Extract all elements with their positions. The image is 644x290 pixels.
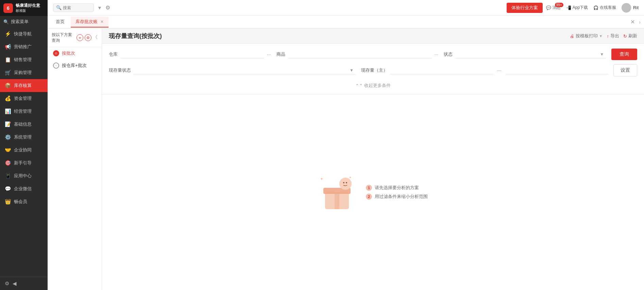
guide-icon: 🎯 — [5, 160, 11, 166]
collapse-more-label: 收起更多条件 — [364, 83, 391, 89]
purchase-icon: 🛒 — [5, 70, 11, 76]
query-button[interactable]: 查询 — [611, 49, 637, 60]
scheme-item-by-batch[interactable]: ⊙ 按批次 — [48, 47, 102, 59]
tab-close-icon[interactable]: ✕ — [100, 19, 104, 24]
page-header: 现存量查询(按批次) 🖨 按模板打印 ▼ ↑ 导出 ↻ 刷新 — [102, 29, 644, 44]
sidebar-item-finance[interactable]: 💰 资金管理 — [0, 92, 48, 105]
user-avatar — [622, 3, 631, 13]
topbar-search-box[interactable]: 🔍 — [53, 3, 94, 12]
warehouse-input[interactable] — [120, 50, 264, 58]
sidebar-item-label: 基础信息 — [14, 121, 32, 127]
online-support-btn[interactable]: 🎧 在线客服 — [593, 5, 616, 11]
search-icon: 🔍 — [3, 19, 9, 24]
add-scheme-btn[interactable]: + — [77, 34, 83, 41]
messages-btn[interactable]: 💬 消息 99+ — [546, 5, 561, 11]
printer-icon: 🖨 — [570, 34, 574, 39]
app-logo: 6 — [3, 3, 13, 13]
print-template-label: 按模板打印 — [576, 33, 598, 39]
main-area: 🔍 ▼ ⚙ 体验行业方案 💬 消息 99+ 📲 App下载 🎧 在线客服 Rit — [48, 0, 644, 290]
filter-row-1: 仓库 ··· 商品 ··· 状态 ▼ — [109, 49, 637, 60]
scheme-settings-btn[interactable]: ⚙ — [85, 34, 91, 41]
industry-solution-button[interactable]: 体验行业方案 — [507, 3, 543, 13]
sidebar-item-guide[interactable]: 🎯 新手引导 — [0, 157, 48, 169]
sidebar-nav: ⚡ 快捷导航 📢 营销推广 📋 销售管理 🛒 采购管理 📦 库存核算 💰 资金管… — [0, 28, 48, 277]
tab-home[interactable]: 首页 — [51, 17, 69, 28]
sidebar-search-label: 搜索菜单 — [11, 19, 29, 25]
footer-settings-icon[interactable]: ⚙ — [5, 280, 9, 287]
scheme-item-by-warehouse-batch[interactable]: ○ 按仓库+批次 — [48, 59, 102, 72]
sidebar-item-label: 新手引导 — [14, 160, 32, 166]
content-area: 按以下方案查询 + ⚙ 《 ⊙ 按批次 ○ 按仓库+批次 现存量查询(按批次) — [48, 29, 644, 290]
inv-qty-end-input[interactable] — [506, 66, 608, 74]
scheme-by-batch-label: 按批次 — [62, 50, 75, 56]
collapse-up-icon: ⌃⌃ — [355, 83, 363, 88]
filter-field-inv-qty: 现存量（主） — — [361, 66, 608, 74]
panel-collapse-btn[interactable]: 《 — [93, 34, 98, 41]
svg-text:✦: ✦ — [349, 176, 352, 179]
left-panel-header: 按以下方案查询 + ⚙ 《 — [48, 29, 102, 47]
tab-inventory-batch[interactable]: 库存批次账 ✕ — [71, 17, 108, 28]
filter-area: 仓库 ··· 商品 ··· 状态 ▼ — [102, 44, 644, 94]
inv-qty-start-input[interactable] — [390, 66, 493, 74]
sidebar-item-label: 销售管理 — [14, 57, 32, 63]
topbar-gear-icon[interactable]: ⚙ — [105, 4, 110, 11]
app-title-block: 畅康通好生意 标准版 — [16, 3, 40, 13]
settings-button[interactable]: 设置 — [613, 64, 637, 76]
topbar-dropdown-icon[interactable]: ▼ — [97, 5, 102, 11]
export-btn[interactable]: ↑ 导出 — [607, 33, 620, 39]
page-header-actions: 🖨 按模板打印 ▼ ↑ 导出 ↻ 刷新 — [570, 33, 637, 39]
topbar-search-input[interactable] — [63, 5, 90, 10]
sidebar-item-app-center[interactable]: 📱 应用中心 — [0, 169, 48, 182]
sidebar-item-quick-nav[interactable]: ⚡ 快捷导航 — [0, 28, 48, 40]
sidebar-item-purchase[interactable]: 🛒 采购管理 — [0, 66, 48, 79]
footer-collapse-icon[interactable]: ◀ — [13, 280, 17, 287]
sidebar-item-inventory[interactable]: 📦 库存核算 — [0, 79, 48, 92]
empty-tip-1-text: 请先选择要分析的方案 — [375, 185, 419, 191]
empty-illustration: ✦ ✦ — [318, 174, 356, 211]
inv-qty-label: 现存量（主） — [361, 67, 388, 73]
empty-tip-1: 1 请先选择要分析的方案 — [366, 185, 428, 191]
sidebar-item-cooperation[interactable]: 🤝 企业协同 — [0, 144, 48, 157]
topbar-search-icon: 🔍 — [56, 5, 62, 10]
scheme-warehouse-batch-icon: ○ — [53, 62, 59, 69]
app-download-label: App下载 — [573, 5, 588, 11]
goods-input[interactable] — [288, 50, 432, 58]
refresh-btn[interactable]: ↻ 刷新 — [623, 33, 637, 39]
sidebar-item-label: 快捷导航 — [14, 31, 32, 37]
filter-row-2: 现存量状态 ▼ 现存量（主） — 设置 — [109, 64, 637, 76]
tabbar-close-all-btn[interactable]: ✕ — [628, 19, 637, 25]
tab-inventory-batch-label: 库存批次账 — [75, 19, 98, 25]
messages-icon: 💬 — [546, 5, 551, 10]
svg-point-3 — [339, 178, 352, 190]
warehouse-more-icon[interactable]: ··· — [267, 52, 271, 57]
sidebar-item-label: 应用中心 — [14, 173, 32, 179]
print-chevron-icon[interactable]: ▼ — [599, 34, 603, 38]
sidebar-item-system[interactable]: ⚙️ 系统管理 — [0, 131, 48, 144]
svg-point-4 — [343, 182, 344, 183]
sidebar-item-member[interactable]: 👑 畅会员 — [0, 195, 48, 208]
app-title: 畅康通好生意 — [16, 3, 40, 8]
system-icon: ⚙️ — [5, 134, 11, 140]
goods-more-icon[interactable]: ··· — [435, 52, 439, 57]
inventory-icon: 📦 — [5, 83, 11, 89]
status-select[interactable]: ▼ — [455, 51, 606, 58]
inv-status-select[interactable]: ▼ — [134, 67, 356, 74]
empty-svg: ✦ ✦ — [318, 174, 356, 211]
tabbar-chevron-right[interactable]: › — [639, 19, 641, 25]
user-avatar-btn[interactable]: Rit — [622, 3, 639, 13]
sidebar-item-basic[interactable]: 📝 基础信息 — [0, 118, 48, 131]
sidebar-item-marketing[interactable]: 📢 营销推广 — [0, 40, 48, 53]
basic-icon: 📝 — [5, 121, 11, 127]
print-template-btn[interactable]: 🖨 按模板打印 ▼ — [570, 33, 603, 39]
sidebar-item-wechat[interactable]: 💬 企业微信 — [0, 182, 48, 195]
goods-label: 商品 — [276, 51, 285, 57]
sidebar-item-operation[interactable]: 📊 经营管理 — [0, 105, 48, 118]
sidebar-item-label: 资金管理 — [14, 95, 32, 102]
inv-qty-dash: — — [497, 68, 502, 73]
inv-status-label: 现存量状态 — [109, 67, 131, 73]
collapse-more-btn[interactable]: ⌃⌃ 收起更多条件 — [109, 80, 637, 89]
member-icon: 👑 — [5, 199, 11, 205]
app-download-btn[interactable]: 📲 App下载 — [566, 5, 588, 11]
sidebar-search[interactable]: 🔍 搜索菜单 — [0, 16, 48, 28]
sidebar-item-sales[interactable]: 📋 销售管理 — [0, 53, 48, 66]
